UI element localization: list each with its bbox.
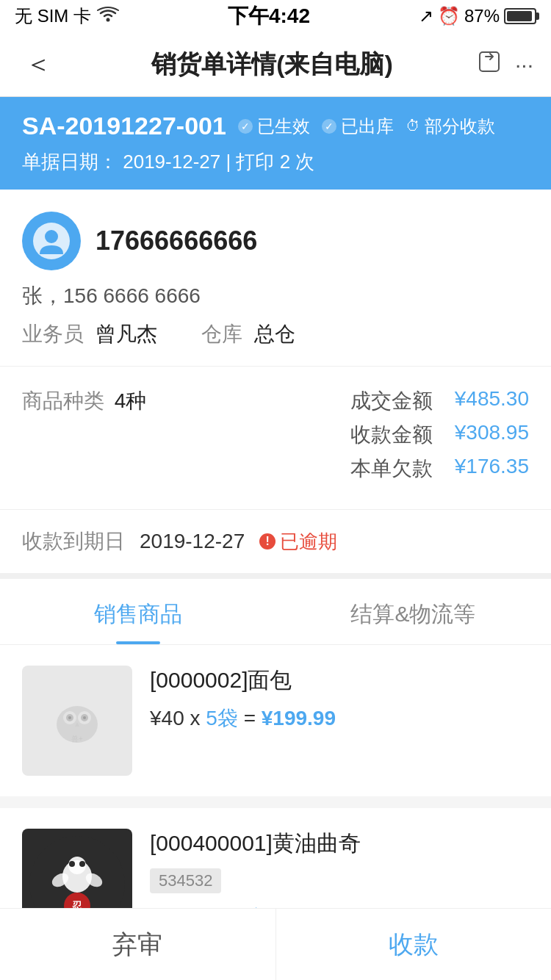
share-icon[interactable] — [478, 51, 500, 78]
amount-stats: 成交金额 ¥485.30 收款金额 ¥308.95 本单欠款 ¥176.35 — [350, 387, 529, 489]
overdue-text: 已逾期 — [280, 529, 337, 555]
product-info-1: [0000002]面包 ¥40 x 5袋 = ¥199.99 — [150, 666, 529, 776]
svg-point-8 — [68, 716, 71, 719]
overdue-dot-icon: ! — [259, 533, 276, 550]
alarm-icon: ⏰ — [438, 6, 460, 26]
customer-id: 17666666666 — [96, 226, 257, 256]
due-date-section: 收款到期日 2019-12-27 ! 已逾期 — [0, 510, 551, 579]
product-type-stats: 商品种类 4种 — [22, 387, 146, 415]
status-time: 下午4:42 — [228, 2, 310, 30]
back-button[interactable]: ＜ — [18, 39, 59, 90]
deal-amount-value: ¥485.30 — [455, 387, 529, 415]
warehouse-label: 仓库 — [201, 323, 242, 345]
avatar-person-icon — [33, 223, 70, 259]
product-name-2: [000400001]黄油曲奇 — [150, 829, 529, 859]
battery-icon — [504, 8, 536, 24]
warehouse-value: 总仓 — [254, 323, 295, 345]
customer-avatar — [22, 212, 81, 270]
svg-point-17 — [69, 861, 75, 867]
customer-top: 17666666666 — [22, 212, 529, 270]
debt-amount-row: 本单欠款 ¥176.35 — [350, 455, 529, 483]
due-date-value: 2019-12-27 — [140, 530, 245, 553]
sales-rep-label: 业务员 — [22, 323, 84, 345]
product-thumbnail-icon-1: 兽+ — [48, 691, 107, 750]
tab-settlement-logistics[interactable]: 结算&物流等 — [276, 579, 551, 644]
product-price-1: ¥40 x 5袋 = ¥199.99 — [150, 705, 529, 732]
badge-partial-payment: ⏱ 部分收款 — [406, 115, 495, 138]
wifi-icon — [97, 6, 119, 26]
order-date-info: 单据日期： 2019-12-27 | 打印 2 次 — [22, 149, 529, 175]
svg-text:兽+: 兽+ — [71, 735, 83, 743]
customer-phone: 张，156 6666 6666 — [22, 282, 529, 310]
product-placeholder-1: 兽+ — [22, 666, 132, 776]
svg-point-2 — [45, 230, 58, 243]
sales-rep: 业务员 曾凡杰 — [22, 320, 157, 348]
svg-point-18 — [79, 861, 85, 867]
location-icon: ↗ — [419, 6, 433, 26]
receipt-amount-value: ¥308.95 — [455, 421, 529, 449]
status-bar: 无 SIM 卡 下午4:42 ↗ ⏰ 87% — [0, 0, 551, 32]
stats-section: 商品种类 4种 成交金额 ¥485.30 收款金额 ¥308.95 本单欠款 ¥… — [0, 367, 551, 510]
badge-effective: ✓ 已生效 — [238, 115, 310, 138]
check-icon-2: ✓ — [322, 119, 336, 134]
badge-shipped: ✓ 已出库 — [322, 115, 394, 138]
product-image-1: 兽+ — [22, 666, 132, 776]
due-date-label: 收款到期日 — [22, 527, 125, 555]
battery-text: 87% — [464, 6, 500, 26]
customer-meta: 业务员 曾凡杰 仓库 总仓 — [22, 320, 529, 348]
status-right: ↗ ⏰ 87% — [419, 6, 536, 26]
receipt-amount-row: 收款金额 ¥308.95 — [350, 421, 529, 449]
product-type-label: 商品种类 — [22, 389, 104, 412]
more-icon[interactable]: ··· — [515, 52, 533, 77]
clock-icon: ⏱ — [406, 118, 420, 134]
svg-point-0 — [107, 18, 110, 22]
sales-rep-value: 曾凡杰 — [96, 323, 157, 345]
deal-amount-row: 成交金额 ¥485.30 — [350, 387, 529, 415]
nav-bar: ＜ 销货单详情(来自电脑) ··· — [0, 32, 551, 97]
product-qty-1: 5袋 — [206, 707, 238, 729]
page-title: 销货单详情(来自电脑) — [66, 48, 478, 82]
order-id: SA-20191227-001 — [22, 112, 226, 140]
product-total-1: ¥199.99 — [262, 707, 336, 729]
product-item-1: 兽+ [0000002]面包 ¥40 x 5袋 = ¥199.99 — [0, 645, 551, 796]
order-header-banner: SA-20191227-001 ✓ 已生效 ✓ 已出库 ⏱ 部分收款 单据日期：… — [0, 97, 551, 190]
svg-point-9 — [83, 716, 86, 719]
cancel-audit-button[interactable]: 弃审 — [0, 909, 276, 980]
receipt-amount-label: 收款金额 — [350, 421, 433, 449]
nav-actions: ··· — [478, 51, 533, 78]
product-name-1: [0000002]面包 — [150, 666, 529, 696]
svg-rect-1 — [480, 52, 499, 71]
customer-section: 17666666666 张，156 6666 6666 业务员 曾凡杰 仓库 总… — [0, 190, 551, 367]
overdue-badge: ! 已逾期 — [259, 529, 337, 555]
status-left: 无 SIM 卡 — [15, 4, 119, 28]
banner-status-row: SA-20191227-001 ✓ 已生效 ✓ 已出库 ⏱ 部分收款 — [22, 112, 529, 140]
product-tag-2: 534532 — [150, 868, 221, 893]
debt-amount-value: ¥176.35 — [455, 455, 529, 483]
warehouse: 仓库 总仓 — [201, 320, 295, 348]
product-type-count: 4种 — [115, 389, 147, 412]
collect-payment-button[interactable]: 收款 — [276, 909, 552, 980]
bottom-bar: 弃审 收款 — [0, 908, 551, 980]
check-icon-1: ✓ — [238, 119, 253, 134]
carrier-text: 无 SIM 卡 — [15, 4, 91, 28]
tabs: 销售商品 结算&物流等 — [0, 579, 551, 645]
tab-sales-products[interactable]: 销售商品 — [0, 579, 276, 644]
deal-amount-label: 成交金额 — [350, 387, 433, 415]
debt-amount-label: 本单欠款 — [350, 455, 433, 483]
